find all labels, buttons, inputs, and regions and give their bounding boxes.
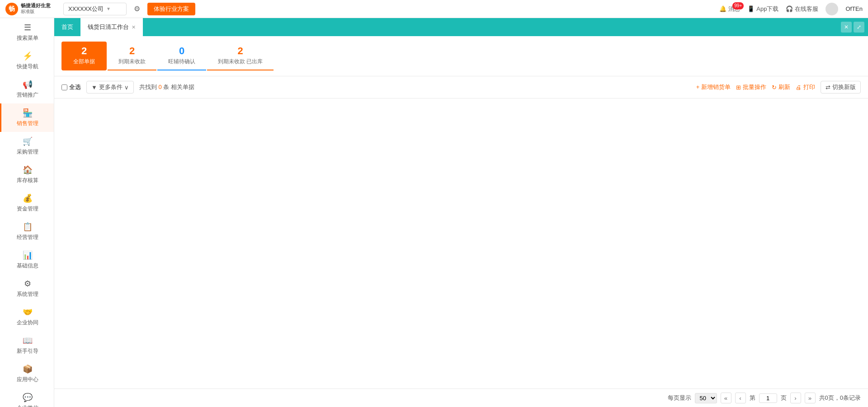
sidebar-label-system: 系统管理 xyxy=(17,290,38,298)
stat-label-all: 全部单据 xyxy=(73,58,95,65)
select-all-label: 全选 xyxy=(69,83,81,91)
table-area xyxy=(54,98,868,388)
sidebar-item-system[interactable]: ⚙ 系统管理 xyxy=(0,274,54,303)
app-subtitle: 标准版 xyxy=(21,9,51,15)
tab-workbench-label: 钱货日清工作台 xyxy=(88,23,129,31)
stat-tab-overdue[interactable]: 2 到期未收款 xyxy=(108,42,156,70)
page-label: 第 xyxy=(750,394,755,402)
stat-label-overdue-shipped: 到期未收款 已出库 xyxy=(218,58,263,65)
new-order-label: + 新增销货单 xyxy=(696,83,731,91)
page-size-select[interactable]: 50 xyxy=(695,393,717,403)
batch-operation-button[interactable]: ⊞ 批量操作 xyxy=(736,83,766,91)
cooperation-icon: 🤝 xyxy=(23,307,33,317)
search-menu-icon: ☰ xyxy=(24,23,31,33)
stat-count-pending: 0 xyxy=(179,45,184,57)
sidebar-item-quick-nav[interactable]: ⚡ 快捷导航 xyxy=(0,47,54,75)
sidebar-label-search-menu: 搜索菜单 xyxy=(17,34,38,42)
empty-state xyxy=(54,98,868,388)
stat-count-all: 2 xyxy=(81,45,87,57)
new-order-button[interactable]: + 新增销货单 xyxy=(696,83,731,91)
app-logo: 畅 xyxy=(5,3,18,15)
filter-label: 更多条件 xyxy=(99,83,123,91)
sales-icon: 🏪 xyxy=(23,108,33,118)
switch-icon: ⇄ xyxy=(826,84,830,91)
online-service-label: 在线客服 xyxy=(795,5,818,13)
sidebar-item-wechat[interactable]: 💬 企业微信 xyxy=(0,388,54,407)
sidebar-item-basic-info[interactable]: 📊 基础信息 xyxy=(0,246,54,274)
content-area: 首页 钱货日清工作台 ✕ ✕ ⤢ 2 全部单据 2 到期未收款 xyxy=(54,18,868,407)
inventory-icon: 🏠 xyxy=(23,165,33,175)
chevron-down-icon: ▼ xyxy=(106,6,111,11)
sidebar-label-quick-nav: 快捷导航 xyxy=(17,63,38,70)
stat-count-overdue-shipped: 2 xyxy=(238,45,243,57)
switch-version-button[interactable]: ⇄ 切换新版 xyxy=(821,81,861,94)
sidebar-label-guide: 新手引导 xyxy=(17,347,38,355)
app-download-btn[interactable]: 📱 App下载 xyxy=(747,5,778,13)
tab-close-icon[interactable]: ✕ xyxy=(132,24,136,30)
main-layout: ☰ 搜索菜单 ⚡ 快捷导航 📢 营销推广 🏪 销售管理 🛒 采购管理 🏠 库存核… xyxy=(0,18,868,407)
tab-home-label: 首页 xyxy=(61,23,73,31)
found-count-text: 共找到 0 条 相关单据 xyxy=(139,83,194,91)
refresh-icon: ↻ xyxy=(772,84,777,91)
sidebar-item-operations[interactable]: 📋 经营管理 xyxy=(0,217,54,246)
sidebar-label-finance: 资金管理 xyxy=(17,205,38,213)
messages-badge: 99+ xyxy=(732,2,744,9)
refresh-label: 刷新 xyxy=(778,83,790,91)
download-icon: 📱 xyxy=(747,5,755,12)
company-selector[interactable]: XXXXXX公司 ▼ xyxy=(63,3,127,15)
filter-button[interactable]: ▼ 更多条件 ∨ xyxy=(86,81,134,94)
toolbar: 全选 ▼ 更多条件 ∨ 共找到 0 条 相关单据 + 新增销货单 xyxy=(54,76,868,98)
batch-icon: ⊞ xyxy=(736,84,741,91)
avatar xyxy=(826,3,838,15)
sidebar-item-search-menu[interactable]: ☰ 搜索菜单 xyxy=(0,18,54,47)
sidebar-item-guide[interactable]: 📖 新手引导 xyxy=(0,331,54,360)
purchase-icon: 🛒 xyxy=(23,136,33,146)
sidebar-label-marketing: 营销推广 xyxy=(17,91,38,99)
page-size-label: 每页显示 xyxy=(668,394,691,402)
found-prefix: 共找到 xyxy=(139,84,157,90)
app-center-icon: 📦 xyxy=(23,364,33,374)
filter-chevron-icon: ∨ xyxy=(124,84,129,91)
sidebar-item-app-center[interactable]: 📦 应用中心 xyxy=(0,360,54,388)
operations-icon: 📋 xyxy=(23,222,33,232)
settings-icon[interactable]: ⚙ xyxy=(130,3,144,15)
sidebar-item-marketing[interactable]: 📢 营销推广 xyxy=(0,75,54,103)
sidebar-label-inventory: 库存核算 xyxy=(17,177,38,184)
messages-btn[interactable]: 🔔 消息 99+ xyxy=(719,5,740,13)
company-name: XXXXXX公司 xyxy=(68,5,104,13)
page-next-btn[interactable]: › xyxy=(790,393,801,403)
refresh-button[interactable]: ↻ 刷新 xyxy=(772,83,790,91)
tab-workbench[interactable]: 钱货日清工作台 ✕ xyxy=(80,18,143,36)
page-first-btn[interactable]: « xyxy=(721,393,731,403)
tab-bar-actions: ✕ ⤢ xyxy=(841,22,868,33)
tab-expand-btn[interactable]: ⤢ xyxy=(854,22,864,33)
select-all-input[interactable] xyxy=(61,84,67,90)
sidebar-label-wechat: 企业微信 xyxy=(17,404,38,407)
wechat-icon: 💬 xyxy=(23,393,33,402)
online-service-btn[interactable]: 🎧 在线客服 xyxy=(786,5,818,13)
app-download-label: App下载 xyxy=(756,5,778,13)
sidebar-item-sales[interactable]: 🏪 销售管理 xyxy=(0,103,54,132)
sidebar-item-finance[interactable]: 💰 资金管理 xyxy=(0,189,54,217)
print-button[interactable]: 🖨 打印 xyxy=(796,83,815,91)
top-header: 畅 畅捷通好生意 标准版 XXXXXX公司 ▼ ⚙ 体验行业方案 🔔 消息 99… xyxy=(0,0,868,18)
stat-tab-pending[interactable]: 0 旺辅待确认 xyxy=(157,42,206,70)
trial-button[interactable]: 体验行业方案 xyxy=(147,3,195,15)
page-last-btn[interactable]: » xyxy=(805,393,816,403)
user-avatar[interactable] xyxy=(826,3,838,15)
pagination-summary: 共0页，0条记录 xyxy=(819,394,861,402)
tab-home[interactable]: 首页 xyxy=(54,18,80,36)
select-all-checkbox[interactable]: 全选 xyxy=(61,83,81,91)
page-suffix: 页 xyxy=(781,394,787,402)
sidebar-item-cooperation[interactable]: 🤝 企业协同 xyxy=(0,303,54,331)
stat-tab-all[interactable]: 2 全部单据 xyxy=(61,42,107,70)
batch-label: 批量操作 xyxy=(743,83,766,91)
sidebar-item-purchase[interactable]: 🛒 采购管理 xyxy=(0,132,54,160)
page-prev-btn[interactable]: ‹ xyxy=(735,393,746,403)
sidebar-item-inventory[interactable]: 🏠 库存核算 xyxy=(0,160,54,189)
page-input[interactable] xyxy=(759,393,777,403)
toolbar-right: + 新增销货单 ⊞ 批量操作 ↻ 刷新 🖨 打印 ⇄ xyxy=(696,81,861,94)
tab-close-btn[interactable]: ✕ xyxy=(841,22,852,33)
sidebar: ☰ 搜索菜单 ⚡ 快捷导航 📢 营销推广 🏪 销售管理 🛒 采购管理 🏠 库存核… xyxy=(0,18,54,407)
stat-tab-overdue-shipped[interactable]: 2 到期未收款 已出库 xyxy=(207,42,274,70)
